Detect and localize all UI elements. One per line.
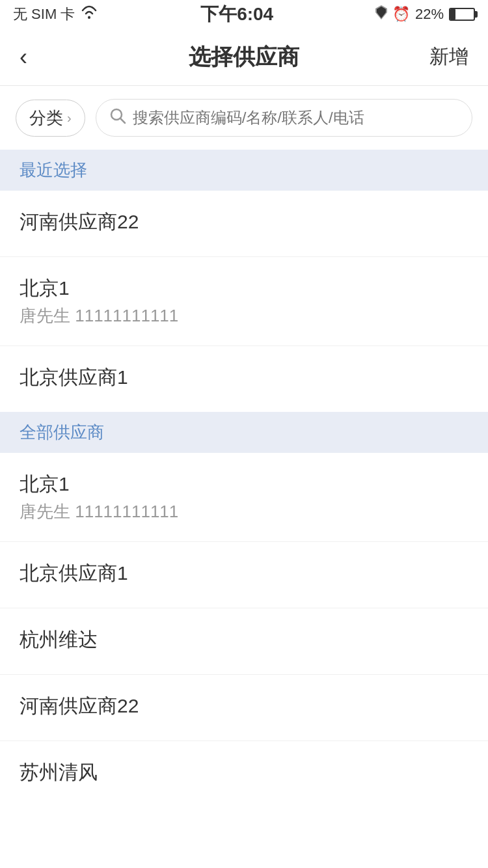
no-sim-text: 无 SIM 卡 [13, 5, 75, 24]
item-name: 北京供应商1 [20, 560, 468, 587]
recent-list-item[interactable]: 北京1唐先生 11111111111 [0, 257, 488, 346]
recent-items-list: 河南供应商22北京1唐先生 11111111111北京供应商1 [0, 191, 488, 412]
recent-list-item[interactable]: 河南供应商22 [0, 191, 488, 257]
search-box[interactable] [96, 99, 472, 137]
back-button[interactable]: ‹ [20, 44, 59, 71]
recent-section-title: 最近选择 [20, 160, 87, 180]
all-list-item[interactable]: 北京1唐先生 11111111111 [0, 453, 488, 542]
item-name: 北京1 [20, 275, 468, 302]
status-left: 无 SIM 卡 [13, 5, 98, 24]
all-section-header: 全部供应商 [0, 412, 488, 453]
filter-bar: 分类 › [0, 86, 488, 150]
chevron-right-icon: › [67, 111, 72, 126]
recent-list-item[interactable]: 北京供应商1 [0, 346, 488, 412]
category-button[interactable]: 分类 › [16, 100, 85, 137]
all-list-item[interactable]: 北京供应商1 [0, 542, 488, 608]
item-name: 北京供应商1 [20, 364, 468, 391]
status-time: 下午6:04 [200, 2, 273, 27]
battery-icon [449, 8, 475, 21]
category-label: 分类 [29, 107, 63, 129]
nav-bar: ‹ 选择供应商 新增 [0, 29, 488, 86]
recent-section-header: 最近选择 [0, 150, 488, 191]
status-bar: 无 SIM 卡 下午6:04 ⏰ 22% [0, 0, 488, 29]
search-input[interactable] [133, 109, 459, 127]
add-button[interactable]: 新增 [429, 44, 468, 70]
svg-line-2 [120, 118, 125, 123]
all-section-title: 全部供应商 [20, 422, 104, 442]
search-icon [109, 107, 126, 128]
item-name: 河南供应商22 [20, 209, 468, 236]
item-name: 杭州维达 [20, 627, 468, 653]
page-title: 选择供应商 [59, 42, 429, 72]
battery-percent: 22% [415, 6, 444, 23]
all-items-list: 北京1唐先生 11111111111北京供应商1杭州维达河南供应商22苏州清风 [0, 453, 488, 807]
item-name: 北京1 [20, 471, 468, 498]
location-icon [375, 5, 387, 23]
item-name: 苏州清风 [20, 759, 468, 786]
status-right: ⏰ 22% [375, 5, 475, 23]
item-sub: 唐先生 11111111111 [20, 305, 468, 327]
wifi-icon [80, 5, 98, 23]
all-list-item[interactable]: 苏州清风 [0, 741, 488, 807]
item-sub: 唐先生 11111111111 [20, 500, 468, 523]
alarm-icon: ⏰ [392, 6, 410, 23]
all-list-item[interactable]: 杭州维达 [0, 608, 488, 675]
all-list-item[interactable]: 河南供应商22 [0, 675, 488, 741]
item-name: 河南供应商22 [20, 693, 468, 720]
svg-point-0 [88, 16, 90, 19]
